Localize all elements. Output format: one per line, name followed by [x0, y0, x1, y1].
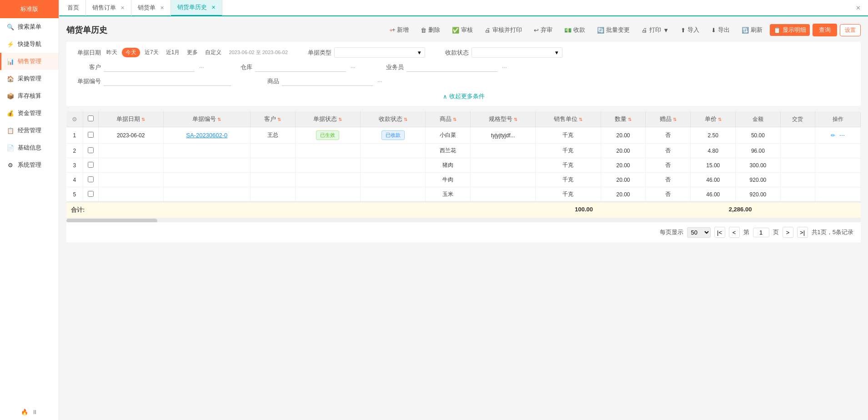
- th-doc-no[interactable]: 单据编号 ⇅: [163, 111, 250, 127]
- cell-checkbox[interactable]: [83, 144, 98, 158]
- doc-no-input[interactable]: [104, 76, 231, 86]
- date-btn-1month[interactable]: 近1月: [163, 48, 183, 57]
- warehouse-dots[interactable]: ···: [351, 64, 356, 70]
- cell-quantity: 20.00: [601, 127, 646, 144]
- sidebar-item-basic[interactable]: 📄 基础信息: [0, 139, 59, 156]
- sidebar-item-system[interactable]: ⚙ 系统管理: [0, 156, 59, 174]
- cell-checkbox[interactable]: [83, 127, 98, 144]
- date-btn-today[interactable]: 今天: [122, 48, 140, 57]
- row-checkbox[interactable]: [88, 132, 94, 138]
- doc-no-link[interactable]: SA-20230602-0: [186, 132, 227, 139]
- cell-checkbox[interactable]: [83, 173, 98, 187]
- tab-bar-close-all[interactable]: ✕: [850, 5, 866, 11]
- staff-dots[interactable]: ···: [502, 64, 507, 70]
- cell-checkbox[interactable]: [83, 158, 98, 173]
- import-button[interactable]: ⬆ 导入: [676, 24, 704, 36]
- first-page-button[interactable]: |<: [714, 227, 725, 238]
- th-doc-status[interactable]: 单据状态 ⇅: [295, 111, 360, 127]
- config-icon[interactable]: ⚙: [72, 116, 77, 123]
- date-btn-more[interactable]: 更多: [184, 48, 201, 57]
- tab-sales-order-close[interactable]: ✕: [120, 5, 125, 11]
- goods-label: 商品: [252, 77, 279, 85]
- tab-sales-order[interactable]: 销售订单 ✕: [86, 0, 131, 16]
- date-btn-7days[interactable]: 近7天: [142, 48, 161, 57]
- th-quantity[interactable]: 数量 ⇅: [601, 111, 646, 127]
- settings-button[interactable]: 设置: [840, 24, 861, 36]
- export-button[interactable]: ⬇ 导出: [707, 24, 734, 36]
- show-details-button[interactable]: 📋 显示明细: [770, 24, 810, 36]
- date-btn-yesterday[interactable]: 昨天: [104, 48, 120, 57]
- row-checkbox[interactable]: [88, 176, 94, 182]
- last-page-button[interactable]: >|: [797, 227, 808, 238]
- th-spec[interactable]: 规格型号 ⇅: [471, 111, 536, 127]
- cell-checkbox[interactable]: [83, 187, 98, 202]
- cell-trade: [780, 127, 815, 144]
- staff-input[interactable]: [406, 62, 497, 72]
- cell-spec: [471, 144, 536, 158]
- goods-input[interactable]: [282, 76, 373, 86]
- finance-icon: 💰: [7, 110, 14, 117]
- page-number-input[interactable]: [753, 228, 769, 237]
- th-date[interactable]: 单据日期 ⇅: [98, 111, 163, 127]
- filter-payment-status: 收款状态 ▾: [442, 47, 562, 58]
- batch-change-button[interactable]: 🔄 批量变更: [592, 24, 634, 36]
- collect-button[interactable]: 💵 收款: [560, 24, 590, 36]
- th-goods[interactable]: 商品 ⇅: [426, 111, 471, 127]
- th-customer[interactable]: 客户 ⇅: [250, 111, 295, 127]
- sidebar-item-inventory[interactable]: 📦 库存核算: [0, 87, 59, 105]
- collapse-button[interactable]: ∧ 收起更多条件: [74, 90, 853, 100]
- abandon-button[interactable]: ↩ 弃审: [529, 24, 557, 36]
- row-checkbox[interactable]: [88, 162, 94, 168]
- sidebar-item-purchase[interactable]: 🏠 采购管理: [0, 70, 59, 87]
- th-unit[interactable]: 销售单位 ⇅: [536, 111, 601, 127]
- prev-page-button[interactable]: <: [729, 227, 740, 238]
- customer-input[interactable]: [104, 62, 195, 72]
- th-payment-status[interactable]: 收款状态 ⇅: [360, 111, 425, 127]
- sidebar-bottom-btn1[interactable]: 🔥: [21, 409, 28, 415]
- th-config[interactable]: ⚙: [66, 111, 83, 127]
- sidebar-item-label: 系统管理: [18, 161, 41, 169]
- edit-action[interactable]: ✏: [829, 132, 837, 139]
- audit-print-button[interactable]: 🖨 审核并打印: [480, 24, 527, 36]
- next-page-button[interactable]: >: [783, 227, 793, 238]
- row-checkbox[interactable]: [88, 147, 94, 153]
- table-header-row: ⚙ 单据日期 ⇅: [66, 111, 861, 127]
- tab-sales-goods[interactable]: 销货单 ✕: [131, 0, 171, 16]
- tab-home[interactable]: 首页: [61, 0, 86, 16]
- th-gift[interactable]: 赠品 ⇅: [646, 111, 691, 127]
- per-page-select[interactable]: 50 100 200: [687, 227, 711, 238]
- sidebar-item-operations[interactable]: 📋 经营管理: [0, 122, 59, 139]
- date-range: 2023-06-02 至 2023-06-02: [229, 49, 288, 56]
- select-all-checkbox[interactable]: [88, 115, 94, 121]
- sidebar-bottom-btn2[interactable]: ⏸: [32, 409, 38, 415]
- tab-sales-history-close[interactable]: ✕: [211, 5, 216, 10]
- delete-button[interactable]: 🗑 删除: [416, 24, 445, 36]
- refresh-button[interactable]: 🔃 刷新: [737, 24, 767, 36]
- sidebar-item-finance[interactable]: 💰 资金管理: [0, 105, 59, 122]
- th-unit-price[interactable]: 单价 ⇅: [691, 111, 736, 127]
- th-checkbox[interactable]: [83, 111, 98, 127]
- customer-dots[interactable]: ···: [199, 64, 204, 70]
- cell-amount: 920.00: [736, 173, 780, 187]
- new-button[interactable]: + + 新增: [385, 24, 413, 36]
- sidebar-item-search[interactable]: 🔍 搜索菜单: [0, 18, 59, 35]
- row-checkbox[interactable]: [88, 191, 94, 197]
- warehouse-input[interactable]: [255, 62, 346, 72]
- doc-type-select[interactable]: ▾: [334, 47, 425, 58]
- sort-quantity-icon: ⇅: [628, 117, 632, 122]
- audit-button[interactable]: ✅ 审核: [447, 24, 477, 36]
- sidebar-item-quick[interactable]: ⚡ 快捷导航: [0, 35, 59, 53]
- payment-status-select[interactable]: ▾: [472, 47, 562, 58]
- tab-sales-history[interactable]: 销货单历史 ✕: [171, 0, 222, 16]
- goods-dots[interactable]: ···: [377, 78, 382, 85]
- sidebar-item-sales[interactable]: 📊 销售管理: [0, 53, 59, 70]
- cell-amount: 50.00: [736, 127, 780, 144]
- cell-date: [98, 144, 163, 158]
- print-button[interactable]: 🖨 打印 ▼: [637, 24, 673, 36]
- tab-sales-goods-close[interactable]: ✕: [160, 5, 164, 11]
- more-action[interactable]: ⋯: [838, 132, 846, 139]
- query-button[interactable]: 查询: [813, 24, 837, 36]
- system-icon: ⚙: [7, 161, 14, 169]
- horizontal-scrollbar[interactable]: [66, 218, 861, 222]
- date-btn-custom[interactable]: 自定义: [202, 48, 224, 57]
